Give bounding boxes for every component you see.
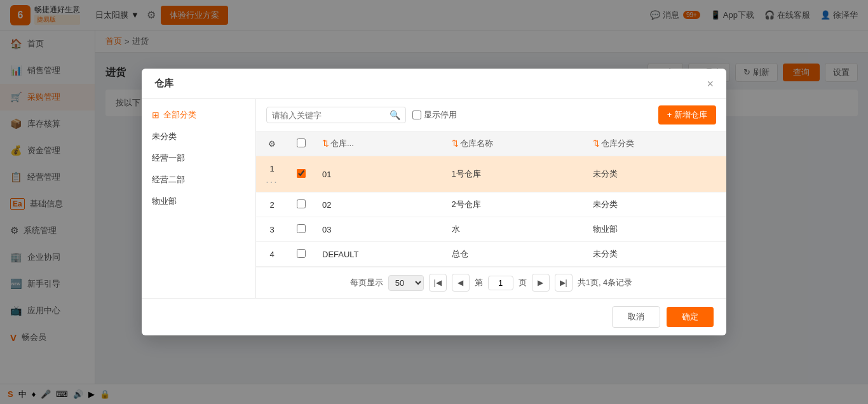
th-category[interactable]: ⇅仓库分类 [585, 131, 726, 156]
warehouse-table-wrap: ⚙ ⇅仓库... ⇅仓库名称 ⇅仓库分类 1 ... 01 1号仓库 未分类 [256, 131, 726, 267]
tree-item-all[interactable]: ⊞ 全部分类 [142, 104, 255, 126]
content-toolbar: 🔍 显示停用 + 新增仓库 [256, 99, 726, 131]
confirm-btn[interactable]: 确定 [667, 307, 714, 327]
show-disabled-label[interactable]: 显示停用 [412, 109, 457, 121]
add-warehouse-btn[interactable]: + 新增仓库 [658, 105, 716, 125]
next-page-btn[interactable]: ▶ [532, 274, 550, 292]
table-row[interactable]: 4 DEFAULT 总仓 未分类 [256, 242, 726, 267]
row-checkbox[interactable] [288, 242, 315, 267]
th-name[interactable]: ⇅仓库名称 [444, 131, 585, 156]
warehouse-table: ⚙ ⇅仓库... ⇅仓库名称 ⇅仓库分类 1 ... 01 1号仓库 未分类 [256, 131, 726, 267]
row-category: 未分类 [585, 156, 726, 192]
pagination: 每页显示 50 20 100 |◀ ◀ 第 页 ▶ ▶| 共1页, 4条记录 [256, 267, 726, 298]
modal-title: 仓库 [154, 77, 173, 90]
table-row[interactable]: 2 02 2号仓库 未分类 [256, 192, 726, 217]
per-page-select[interactable]: 50 20 100 [388, 275, 424, 291]
warehouse-modal: 仓库 × ⊞ 全部分类 未分类 经营一部 经营二部 [142, 69, 726, 335]
table-row[interactable]: 1 ... 01 1号仓库 未分类 [256, 156, 726, 192]
row-name: 总仓 [444, 242, 585, 267]
row-name: 1号仓库 [444, 156, 585, 192]
modal-close-btn[interactable]: × [707, 78, 714, 90]
row-id: 1 ... [256, 156, 288, 192]
th-settings: ⚙ [256, 131, 288, 156]
select-all-checkbox[interactable] [297, 138, 306, 147]
tree-collapse-btn[interactable]: 《 [255, 186, 256, 212]
modal-overlay[interactable]: 仓库 × ⊞ 全部分类 未分类 经营一部 经营二部 [0, 0, 868, 404]
modal-header: 仓库 × [142, 69, 726, 99]
search-icon: 🔍 [390, 110, 400, 120]
tree-item-ops2[interactable]: 经营二部 [142, 169, 255, 191]
modal-footer: 取消 确定 [142, 298, 726, 335]
tree-all-icon: ⊞ [152, 110, 159, 120]
row-code: DEFAULT [315, 242, 444, 267]
th-checkbox [288, 131, 315, 156]
last-page-btn[interactable]: ▶| [555, 274, 573, 292]
table-row[interactable]: 3 03 水 物业部 [256, 217, 726, 242]
table-header-row: ⚙ ⇅仓库... ⇅仓库名称 ⇅仓库分类 [256, 131, 726, 156]
search-box: 🔍 [266, 107, 406, 123]
prev-page-btn[interactable]: ◀ [452, 274, 470, 292]
tree-item-ops1[interactable]: 经营一部 [142, 147, 255, 169]
first-page-btn[interactable]: |◀ [429, 274, 447, 292]
sort-code-icon: ⇅ [322, 138, 329, 148]
modal-body: ⊞ 全部分类 未分类 经营一部 经营二部 物业部 《 [142, 99, 726, 298]
warehouse-tbody: 1 ... 01 1号仓库 未分类 2 02 2号仓库 未分类 3 03 水 物… [256, 156, 726, 267]
row-dots: ... [266, 174, 278, 185]
sort-category-icon: ⇅ [593, 138, 600, 148]
tree-item-uncategorized[interactable]: 未分类 [142, 126, 255, 147]
row-name: 2号仓库 [444, 192, 585, 217]
content-panel: 🔍 显示停用 + 新增仓库 ⚙ [256, 99, 726, 298]
row-name: 水 [444, 217, 585, 242]
row-category: 物业部 [585, 217, 726, 242]
row-id: 4 [256, 242, 288, 267]
row-code: 02 [315, 192, 444, 217]
sort-name-icon: ⇅ [452, 138, 459, 148]
row-category: 未分类 [585, 242, 726, 267]
th-code[interactable]: ⇅仓库... [315, 131, 444, 156]
tree-item-property[interactable]: 物业部 [142, 191, 255, 212]
page-number-input[interactable] [488, 276, 513, 290]
row-category: 未分类 [585, 192, 726, 217]
row-checkbox[interactable] [288, 192, 315, 217]
row-code: 03 [315, 217, 444, 242]
row-id: 2 [256, 192, 288, 217]
row-id: 3 [256, 217, 288, 242]
row-code: 01 [315, 156, 444, 192]
row-checkbox[interactable] [288, 217, 315, 242]
tree-panel: ⊞ 全部分类 未分类 经营一部 经营二部 物业部 《 [142, 99, 256, 298]
show-disabled-checkbox[interactable] [412, 111, 421, 119]
row-checkbox[interactable] [288, 156, 315, 192]
search-input[interactable] [272, 111, 386, 120]
cancel-btn[interactable]: 取消 [612, 306, 660, 328]
